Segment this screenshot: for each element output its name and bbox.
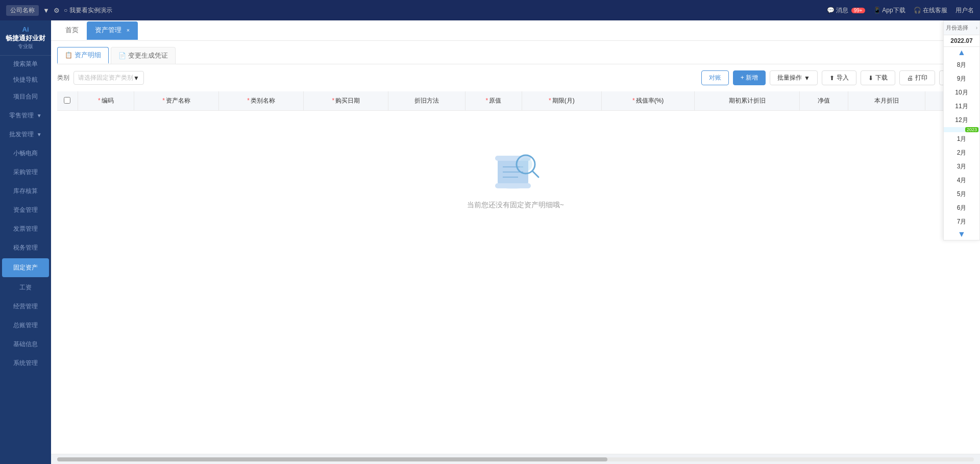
message-btn[interactable]: 💬 消息 99+ [827, 6, 865, 15]
company-dropdown-icon[interactable]: ▼ [43, 7, 50, 14]
table-header-original-value: 原值 [465, 91, 522, 111]
tab-close-icon[interactable]: × [127, 27, 130, 33]
sidebar-item-tax[interactable]: 税务管理 [0, 238, 51, 257]
sub-tab-change-voucher[interactable]: 📄 变更生成凭证 [111, 47, 176, 64]
user-name[interactable]: 用户名 [955, 6, 974, 15]
sub-tabs: 📋 资产明细 📄 变更生成凭证 [57, 47, 974, 64]
app-subtitle: 专业版 [4, 43, 47, 50]
month-item-10[interactable]: 10月 [944, 86, 979, 100]
empty-text: 当前您还没有固定资产明细哦~ [467, 201, 564, 210]
download-icon: ⬇ [868, 75, 873, 82]
empty-state-row: 当前您还没有固定资产明细哦~ [57, 111, 974, 241]
reconcile-button[interactable]: 对账 [701, 70, 729, 85]
toolbar: 类别 请选择固定资产类别 ▼ 对账 + 新增 批量操作 ▼ [57, 70, 974, 85]
category-filter-label: 类别 [57, 74, 69, 82]
sidebar-item-system[interactable]: 系统管理 [0, 354, 51, 373]
month-panel: 月份选择 › 2022.07 ▲ 8月 9月 10月 11月 12月 2023 … [943, 20, 980, 240]
svg-line-9 [532, 171, 538, 177]
select-all-checkbox[interactable] [64, 97, 70, 104]
month-item-3[interactable]: 3月 [944, 160, 979, 174]
retail-arrow-icon: ▼ [37, 113, 42, 118]
month-item-7[interactable]: 7月 [944, 215, 979, 229]
sidebar-item-management[interactable]: 经营管理 [0, 297, 51, 316]
month-item-8[interactable]: 8月 [944, 58, 979, 72]
category-placeholder: 请选择固定资产类别 [78, 74, 133, 82]
svg-rect-3 [495, 183, 531, 188]
online-service-btn[interactable]: 🎧 在线客服 [914, 6, 947, 15]
category-select[interactable]: 请选择固定资产类别 ▼ [74, 71, 144, 85]
sidebar-item-purchase[interactable]: 采购管理 [0, 163, 51, 182]
table-header-accumulated-depreciation: 期初累计折旧 [694, 91, 799, 111]
asset-table: 编码 资产名称 类别名称 购买日期 折旧方法 原值 期限(月) 残值率(%) 期… [57, 91, 974, 240]
table-header-depreciation-method: 折旧方法 [388, 91, 465, 111]
month-panel-collapse-icon[interactable]: › [976, 25, 977, 31]
main-layout: Ai 畅捷通好业财 专业版 搜索菜单 快捷导航 项目合同 零售管理 ▼ 批发管理… [0, 20, 980, 464]
search-menu-btn[interactable]: 搜索菜单 [0, 56, 51, 72]
import-icon: ⬆ [829, 75, 835, 82]
month-item-2[interactable]: 2月 [944, 146, 979, 160]
month-item-9[interactable]: 9月 [944, 72, 979, 86]
sidebar-item-payroll[interactable]: 工资 [0, 278, 51, 297]
table-container: 编码 资产名称 类别名称 购买日期 折旧方法 原值 期限(月) 残值率(%) 期… [57, 91, 974, 448]
wholesale-arrow-icon: ▼ [37, 132, 42, 137]
batch-ops-chevron-icon: ▼ [804, 75, 810, 82]
print-button[interactable]: 🖨 打印 [899, 70, 935, 85]
sidebar-item-retail[interactable]: 零售管理 ▼ [0, 106, 51, 125]
quick-nav-btn[interactable]: 快捷导航 [0, 72, 51, 87]
download-button[interactable]: ⬇ 下载 [861, 70, 895, 85]
add-new-button[interactable]: + 新增 [733, 70, 766, 85]
month-panel-header: 月份选择 › [944, 21, 979, 35]
month-up-arrow-icon[interactable]: ▲ [958, 48, 966, 57]
settings-icon[interactable]: ⚙ [54, 7, 60, 14]
month-item-5[interactable]: 5月 [944, 187, 979, 201]
svg-point-8 [519, 158, 532, 171]
demo-icon: ○ [64, 7, 67, 14]
sidebar-item-general-ledger[interactable]: 总账管理 [0, 316, 51, 335]
table-header-code: 编码 [78, 91, 134, 111]
month-nav-up: ▲ [944, 47, 979, 58]
demo-link[interactable]: ○ 我要看实例演示 [64, 6, 112, 15]
sidebar-item-finance[interactable]: 资金管理 [0, 201, 51, 219]
month-item-2023-indicator: 2023 [944, 127, 979, 132]
month-item-4[interactable]: 4月 [944, 174, 979, 187]
scrollbar-thumb[interactable] [57, 457, 607, 461]
sub-tab-asset-detail[interactable]: 📋 资产明细 [57, 47, 109, 64]
sidebar-item-wholesale[interactable]: 批发管理 ▼ [0, 125, 51, 144]
month-panel-current-date: 2022.07 [944, 35, 979, 47]
table-header-purchase-date: 购买日期 [304, 91, 388, 111]
table-header-name: 资产名称 [134, 91, 218, 111]
tab-home[interactable]: 首页 [57, 21, 87, 40]
tab-asset-management[interactable]: 资产管理 × [87, 21, 138, 40]
table-header-checkbox [57, 91, 78, 111]
sidebar-item-project[interactable]: 项目合同 [0, 87, 51, 106]
import-button[interactable]: ⬆ 导入 [822, 70, 856, 85]
sidebar-item-ecommerce[interactable]: 小畅电商 [0, 144, 51, 163]
sidebar-item-fixed-assets[interactable]: 固定资产 [2, 258, 49, 277]
batch-ops-button[interactable]: 批量操作 ▼ [770, 70, 818, 85]
top-bar: 公司名称 ▼ ⚙ ○ 我要看实例演示 💬 消息 99+ 📱 App下载 🎧 在线… [0, 0, 980, 20]
company-selector[interactable]: 公司名称 [6, 5, 39, 16]
sidebar-item-inventory[interactable]: 库存核算 [0, 182, 51, 201]
app-download-btn[interactable]: 📱 App下载 [873, 6, 905, 15]
table-header-residual-rate: 残值率(%) [602, 91, 695, 111]
change-voucher-icon: 📄 [118, 52, 126, 59]
month-down-arrow-icon[interactable]: ▼ [958, 230, 966, 239]
page-content: 📋 资产明细 📄 变更生成凭证 类别 请选择固定资产类别 ▼ [51, 41, 980, 454]
month-item-12[interactable]: 12月 [944, 113, 979, 127]
print-icon: 🖨 [907, 75, 913, 82]
category-chevron-icon: ▼ [133, 75, 139, 82]
horizontal-scrollbar[interactable] [57, 457, 974, 461]
content-area: 首页 资产管理 × 📋 资产明细 📄 变更生成凭证 [51, 20, 980, 464]
month-nav-down: ▼ [944, 229, 979, 240]
year-badge: 2023 [965, 127, 978, 132]
month-list-2022: 8月 9月 10月 11月 12月 2023 1月 2月 3月 4月 5月 6月… [944, 58, 979, 229]
month-item-11[interactable]: 11月 [944, 100, 979, 113]
sidebar-item-invoice[interactable]: 发票管理 [0, 219, 51, 238]
app-title: Ai [4, 26, 47, 34]
app-name: 畅捷通好业财 [4, 34, 47, 43]
sidebar-item-basic-info[interactable]: 基础信息 [0, 335, 51, 354]
toolbar-left: 类别 请选择固定资产类别 ▼ [57, 71, 697, 85]
month-item-1[interactable]: 1月 [944, 132, 979, 146]
table-header-category: 类别名称 [219, 91, 304, 111]
month-item-6[interactable]: 6月 [944, 201, 979, 215]
